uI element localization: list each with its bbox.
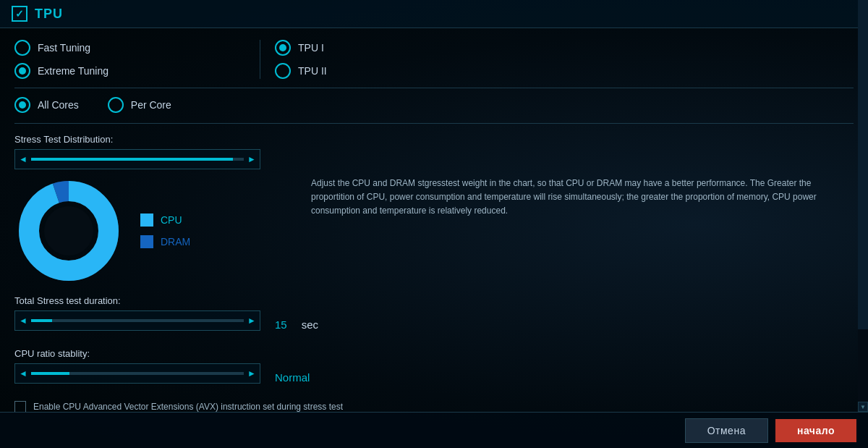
tpu-i-radio[interactable]: [275, 40, 291, 56]
duration-slider-fill: [31, 319, 52, 322]
duration-value: 15: [275, 318, 287, 331]
slider-fill: [31, 158, 233, 161]
scrollbar-down-arrow[interactable]: ▼: [858, 402, 868, 412]
chart-legend: CPU DRAM: [140, 214, 190, 248]
extreme-tuning-radio[interactable]: [14, 63, 30, 79]
extreme-tuning-label: Extreme Tuning: [38, 65, 109, 77]
tpu-title: TPU: [35, 7, 63, 22]
fast-tuning-label: Fast Tuning: [38, 42, 90, 54]
all-cores-label: All Cores: [38, 99, 79, 111]
all-cores-option[interactable]: All Cores: [14, 97, 79, 113]
scrollbar[interactable]: ▲ ▼: [858, 0, 868, 412]
duration-slider-left[interactable]: ◄: [15, 311, 31, 330]
cores-row: All Cores Per Core: [14, 97, 854, 124]
duration-row: ◄ ► 15 sec: [14, 310, 854, 338]
duration-slider-right[interactable]: ►: [244, 311, 260, 330]
dram-legend-color: [140, 235, 153, 248]
ratio-slider-fill: [31, 372, 69, 375]
ratio-slider-track: [31, 372, 244, 375]
header-bar: ✓ TPU: [0, 0, 868, 28]
cpu-legend-label: CPU: [161, 214, 182, 226]
ratio-row: ◄ ► Normal: [14, 363, 854, 391]
tuning-left: Fast Tuning Extreme Tuning: [14, 40, 260, 79]
dram-legend-label: DRAM: [161, 236, 190, 248]
tpu-ii-radio[interactable]: [275, 63, 291, 79]
donut-chart: [14, 177, 123, 285]
per-core-label: Per Core: [131, 99, 171, 111]
per-core-radio[interactable]: [108, 97, 124, 113]
content-area: Fast Tuning Extreme Tuning TPU I TPU II: [0, 28, 868, 412]
stress-description: Adjust the CPU and DRAM stgresstest weig…: [297, 177, 854, 285]
tpu-i-label: TPU I: [298, 42, 324, 54]
checkmark-icon: ✓: [15, 8, 24, 20]
footer-bar: Отмена начало: [0, 412, 868, 448]
duration-slider[interactable]: ◄ ►: [14, 310, 260, 331]
chart-legend-row: CPU DRAM Adjust the CPU and DRAM stgress…: [14, 177, 854, 285]
dram-legend-item: DRAM: [140, 235, 190, 248]
avx-checkbox-row: Enable CPU Advanced Vector Extensions (A…: [14, 401, 854, 412]
ratio-slider-right[interactable]: ►: [244, 364, 260, 383]
tuning-right: TPU I TPU II: [260, 40, 327, 79]
fast-tuning-option[interactable]: Fast Tuning: [14, 40, 245, 56]
tpu-checkbox[interactable]: ✓: [12, 6, 27, 22]
slider-left-arrow[interactable]: ◄: [15, 150, 31, 169]
cpu-legend-color: [140, 214, 153, 227]
cpu-legend-item: CPU: [140, 214, 190, 227]
extreme-tuning-option[interactable]: Extreme Tuning: [14, 63, 245, 79]
scrollbar-thumb[interactable]: [858, 0, 868, 329]
tpu-ii-option[interactable]: TPU II: [275, 63, 327, 79]
cancel-button[interactable]: Отмена: [685, 418, 768, 443]
all-cores-radio[interactable]: [14, 97, 30, 113]
stress-distribution-label: Stress Test Distribution:: [14, 134, 854, 145]
fast-tuning-radio[interactable]: [14, 40, 30, 56]
tuning-row: Fast Tuning Extreme Tuning TPU I TPU II: [14, 40, 854, 88]
slider-right-arrow[interactable]: ►: [244, 150, 260, 169]
duration-unit: sec: [302, 318, 318, 331]
avx-checkbox[interactable]: [14, 401, 26, 412]
slider-track: [31, 158, 244, 161]
ratio-slider-left[interactable]: ◄: [15, 364, 31, 383]
start-button[interactable]: начало: [775, 419, 856, 442]
cpu-ratio-label: CPU ratio stablity:: [14, 348, 854, 359]
cpu-ratio-section: CPU ratio stablity: ◄ ► Normal: [14, 348, 854, 391]
per-core-option[interactable]: Per Core: [108, 97, 171, 113]
tpu-i-option[interactable]: TPU I: [275, 40, 327, 56]
tpu-ii-label: TPU II: [298, 65, 327, 77]
stress-section: Stress Test Distribution: ◄ ►: [14, 134, 854, 285]
main-container: ▲ ▼ ✓ TPU Fast Tuning Extreme Tuning: [0, 0, 868, 448]
stress-distribution-slider[interactable]: ◄ ►: [14, 149, 260, 169]
total-stress-label: Total Stress test duration:: [14, 295, 854, 306]
ratio-slider[interactable]: ◄ ►: [14, 363, 260, 384]
avx-label: Enable CPU Advanced Vector Extensions (A…: [33, 402, 343, 412]
total-stress-section: Total Stress test duration: ◄ ► 15 sec: [14, 295, 854, 338]
ratio-value: Normal: [275, 371, 310, 384]
svg-point-3: [44, 206, 93, 255]
duration-slider-track: [31, 319, 244, 322]
